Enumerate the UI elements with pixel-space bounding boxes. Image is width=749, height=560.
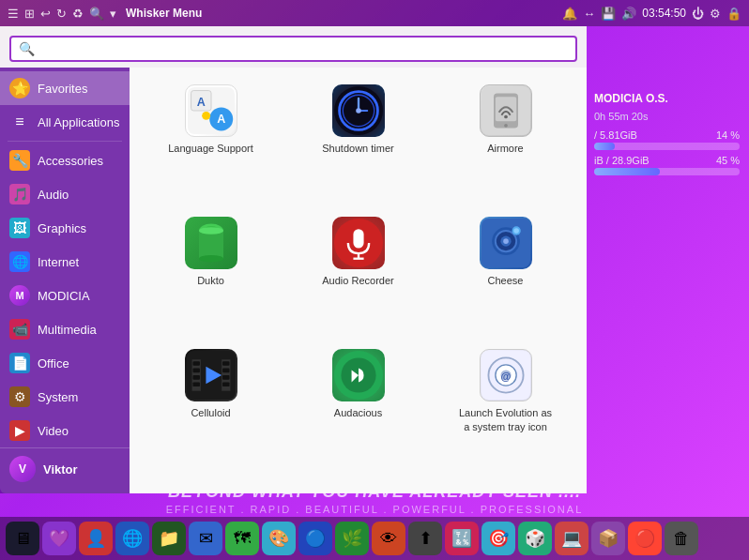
dock-icon-browser[interactable]: 🌐 <box>115 522 149 555</box>
svg-rect-23 <box>353 229 363 248</box>
svg-point-21 <box>199 228 223 235</box>
dock-icon-files[interactable]: 📁 <box>152 522 186 555</box>
dock-icon-upload[interactable]: ⬆ <box>408 522 442 555</box>
chevron-icon[interactable]: ▾ <box>110 7 116 21</box>
bg-panel: MODICIA O.S. 0h 55m 20s / 5.81GiB 14 % i… <box>585 26 749 189</box>
sidebar-item-accessories[interactable]: 🔧 Accessories <box>0 144 130 177</box>
svg-point-5 <box>202 112 210 120</box>
dock-icon-target[interactable]: 🎯 <box>482 522 515 555</box>
sidebar-label-modicia: MODICIA <box>38 289 90 303</box>
sidebar-item-all-apps[interactable]: ≡ All Applications <box>0 105 130 139</box>
all-apps-icon: ≡ <box>9 112 30 132</box>
dock-icon-share[interactable]: 🔣 <box>445 522 479 555</box>
app-item-audacious[interactable]: Audacious <box>286 341 430 484</box>
apps-icon[interactable]: ⊞ <box>24 7 35 21</box>
volume-icon[interactable]: 🔊 <box>621 7 636 21</box>
undo-icon[interactable]: ↩ <box>40 7 51 21</box>
search-icon: 🔍 <box>19 41 35 56</box>
taskbar-right: 🔔 ↔ 💾 🔊 03:54:50 ⏻ ⚙ 🔒 <box>562 7 741 21</box>
arrow-icon[interactable]: ↔ <box>583 7 595 21</box>
svg-point-32 <box>513 228 519 234</box>
dock-icon-mail[interactable]: ✉ <box>189 522 222 555</box>
dock-icon-user[interactable]: 👤 <box>79 522 113 555</box>
dock-icon-desktop[interactable]: 🖥 <box>6 522 39 555</box>
accessories-icon: 🔧 <box>9 150 30 171</box>
dock-icon-game[interactable]: 🎲 <box>518 522 552 555</box>
app-label-audacious: Audacious <box>334 406 382 419</box>
app-item-airmore[interactable]: Airmore <box>434 77 577 205</box>
dock-icon-eye[interactable]: 👁 <box>372 522 405 555</box>
search-input-wrap[interactable]: 🔍 <box>9 36 577 62</box>
dock-icon-modicia[interactable]: 💜 <box>42 522 76 555</box>
modicia-icon: M <box>9 285 30 306</box>
sidebar-item-internet[interactable]: 🌐 Internet <box>0 245 130 279</box>
dock-icon-pkg[interactable]: 📦 <box>591 522 625 555</box>
sidebar-item-graphics[interactable]: 🖼 Graphics <box>0 211 130 245</box>
svg-point-20 <box>199 255 223 262</box>
sidebar-item-favorites[interactable]: ⭐ Favorites <box>0 71 130 105</box>
svg-rect-36 <box>192 362 199 367</box>
app-label-shutdown-timer: Shutdown timer <box>322 142 393 155</box>
svg-rect-39 <box>192 383 199 387</box>
sidebar-label-system: System <box>38 390 78 404</box>
app-item-language-support[interactable]: A A Language Support <box>139 77 283 205</box>
app-item-cheese[interactable]: Cheese <box>434 209 577 338</box>
disk-icon[interactable]: 💾 <box>601 7 616 21</box>
sidebar-item-video[interactable]: ▶ Video <box>0 414 130 447</box>
refresh-icon[interactable]: ♻ <box>72 7 84 21</box>
progress-fill-1 <box>594 143 615 150</box>
dock-icon-design[interactable]: 🎨 <box>262 522 296 555</box>
celluloid-icon <box>185 349 237 401</box>
app-item-audio-recorder[interactable]: Audio Recorder <box>286 209 430 338</box>
app-label-dukto: Dukto <box>197 274 224 287</box>
redo-icon[interactable]: ↻ <box>56 7 67 21</box>
dock-icon-trash[interactable]: 🗑 <box>665 522 698 555</box>
avatar: V <box>9 456 36 482</box>
menu-body: ⭐ Favorites ≡ All Applications 🔧 Accesso… <box>0 68 587 493</box>
dock-icon-green[interactable]: 🌿 <box>335 522 369 555</box>
sidebar-item-multimedia[interactable]: 📹 Multimedia <box>0 312 130 346</box>
dock-icon-term[interactable]: 💻 <box>555 522 588 555</box>
user-section: V Viktor <box>0 447 130 490</box>
progress-label-2: iB / 28.9GiB <box>594 155 650 166</box>
app-item-shutdown-timer[interactable]: Shutdown timer <box>286 77 430 205</box>
dukto-icon <box>185 217 237 269</box>
sidebar-item-modicia[interactable]: M MODICIA <box>0 279 130 312</box>
audacious-icon <box>332 349 385 401</box>
sidebar-item-audio[interactable]: 🎵 Audio <box>0 177 130 211</box>
dock-icon-rr[interactable]: 🔴 <box>628 522 662 555</box>
cheese-icon <box>480 217 532 269</box>
video-icon: ▶ <box>9 420 30 441</box>
progress-item-2: iB / 28.9GiB 45 % <box>594 155 740 175</box>
dock-icon-blue[interactable]: 🔵 <box>298 522 332 555</box>
slogan-sub: EFFICIENT . RAPID . BEAUTIFUL . POWERFUL… <box>0 504 749 515</box>
app-item-launch-evolution[interactable]: @ Launch Evolution as a system tray icon <box>434 341 577 484</box>
bg-panel-title: MODICIA O.S. <box>594 92 740 105</box>
system-icon: ⚙ <box>9 386 30 407</box>
evolution-icon: @ <box>480 349 532 401</box>
sidebar-item-office[interactable]: 📄 Office <box>0 346 130 380</box>
bell-icon[interactable]: 🔔 <box>562 7 577 21</box>
power-icon[interactable]: ⏻ <box>692 7 704 21</box>
sidebar-item-system[interactable]: ⚙ System <box>0 380 130 414</box>
search-input[interactable] <box>40 41 568 56</box>
dock-icon-maps[interactable]: 🗺 <box>225 522 259 555</box>
taskbar-title: Whisker Menu <box>126 7 202 20</box>
favorites-icon: ⭐ <box>9 78 30 98</box>
app-label-airmore: Airmore <box>487 142 524 155</box>
search-taskbar-icon[interactable]: 🔍 <box>89 7 104 21</box>
progress-percent-2: 45 % <box>716 155 740 166</box>
app-item-celluloid[interactable]: Celluloid <box>139 341 283 484</box>
svg-point-15 <box>504 124 508 128</box>
settings-icon[interactable]: ⚙ <box>710 7 721 21</box>
lock-icon[interactable]: 🔒 <box>726 7 741 21</box>
sidebar-label-graphics: Graphics <box>38 221 86 235</box>
svg-point-30 <box>503 239 509 245</box>
user-name: Viktor <box>43 462 78 477</box>
menu-icon[interactable]: ☰ <box>8 7 19 21</box>
app-item-dukto[interactable]: Dukto <box>139 209 283 338</box>
search-bar: 🔍 <box>0 26 587 68</box>
app-label-celluloid: Celluloid <box>191 406 230 419</box>
svg-text:A: A <box>217 113 225 126</box>
taskbar-top: ☰ ⊞ ↩ ↻ ♻ 🔍 ▾ Whisker Menu 🔔 ↔ 💾 🔊 03:54… <box>0 0 749 26</box>
